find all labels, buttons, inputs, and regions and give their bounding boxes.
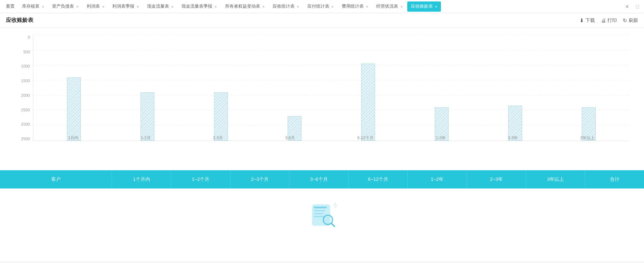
close-icon[interactable]: × <box>332 4 334 9</box>
th-client: 客户 <box>0 170 112 188</box>
chart-body: 1月内1-2月2-3月3-6月6-12个月1-2年2-3年3年以上 <box>33 35 629 141</box>
bars-container <box>33 35 629 141</box>
tab-ar-stat[interactable]: 应收统计表 × <box>269 1 303 12</box>
table-header: 客户1个月内1~2个月2~3个月3~6个月6~12个月1~2年2~3年3年以上合… <box>0 170 644 188</box>
x-label: 6-12个月 <box>357 135 374 141</box>
th-total: 合计 <box>585 170 644 188</box>
svg-point-6 <box>325 217 331 223</box>
th-y2_3: 2~3年 <box>467 170 526 188</box>
close-icon[interactable]: × <box>297 4 299 9</box>
close-icon[interactable]: × <box>366 4 368 9</box>
svg-rect-3 <box>314 213 324 214</box>
x-label: 3-6月 <box>285 135 295 141</box>
close-icon[interactable]: × <box>171 4 173 9</box>
x-label: 1月内 <box>68 135 78 141</box>
bar <box>361 64 375 141</box>
svg-rect-1 <box>314 207 327 209</box>
th-m6_12: 6~12个月 <box>349 170 408 188</box>
chart-area: 2500 2500 2500 2000 1500 1000 500 0 <box>0 28 644 170</box>
tab-profit-quarter[interactable]: 利润表季报 × <box>109 1 142 12</box>
th-m1_2: 1~2个月 <box>171 170 231 188</box>
x-label: 3年以上 <box>580 135 595 141</box>
x-labels: 1月内1-2月2-3月3-6月6-12个月1-2年2-3年3年以上 <box>33 135 629 141</box>
x-label: 2-3月 <box>213 135 223 141</box>
bar-group <box>67 77 81 141</box>
main-content: 2500 2500 2500 2000 1500 1000 500 0 <box>0 28 644 262</box>
empty-state <box>0 188 644 240</box>
tab-cashflow-quarter[interactable]: 现金流量表季报 × <box>178 1 220 12</box>
tab-balance[interactable]: 资产负债表 × <box>48 1 82 12</box>
tab-business[interactable]: 经营状况表 × <box>372 1 406 12</box>
bar-group <box>141 92 154 141</box>
tab-inventory[interactable]: 库存核算 × <box>18 1 48 12</box>
tab-equity[interactable]: 所有者权益变动表 × <box>221 1 268 12</box>
refresh-icon: ↻ <box>623 18 627 23</box>
download-icon: ⬇ <box>580 18 584 23</box>
bar-group <box>361 64 375 141</box>
bar <box>214 92 228 141</box>
close-icon[interactable]: × <box>136 4 139 9</box>
y-axis: 2500 2500 2500 2000 1500 1000 500 0 <box>15 35 33 141</box>
tab-profit[interactable]: 利润表 × <box>83 1 108 12</box>
svg-line-7 <box>332 224 334 226</box>
th-m3_6: 3~6个月 <box>289 170 349 188</box>
x-label: 1-2年 <box>436 135 446 141</box>
close-icon[interactable]: × <box>76 4 78 9</box>
tab-bar: 首页 库存核算 × 资产负债表 × 利润表 × 利润表季报 × 现金流量表 × … <box>0 0 644 13</box>
bar <box>67 77 81 141</box>
th-m2_3: 2~3个月 <box>231 170 290 188</box>
page-header: 应收账龄表 ⬇ 下载 🖨 打印 ↻ 刷新 <box>0 13 644 28</box>
close-icon[interactable]: × <box>435 4 437 9</box>
bar-chart: 2500 2500 2500 2000 1500 1000 500 0 <box>15 35 629 152</box>
tab-expense-stat[interactable]: 费用统计表 × <box>338 1 372 12</box>
close-window-button[interactable]: ✕ <box>624 3 631 10</box>
th-y3plus: 3年以上 <box>526 170 585 188</box>
close-icon[interactable]: × <box>102 4 104 9</box>
tab-ap-stat[interactable]: 应付统计表 × <box>304 1 337 12</box>
x-label: 1-2月 <box>141 135 151 141</box>
th-m1: 1个月内 <box>112 170 171 188</box>
close-icon[interactable]: × <box>400 4 402 9</box>
refresh-button[interactable]: ↻ 刷新 <box>623 17 638 24</box>
bar <box>141 92 154 141</box>
th-y1_2: 1~2年 <box>408 170 467 188</box>
print-button[interactable]: 🖨 打印 <box>601 17 617 24</box>
page-title: 应收账龄表 <box>6 17 33 24</box>
print-icon: 🖨 <box>601 18 606 23</box>
empty-icon <box>306 199 338 232</box>
x-label: 2-3年 <box>508 135 518 141</box>
bar-group <box>214 92 228 141</box>
tab-ar-aging[interactable]: 应收账龄表 × <box>407 1 441 12</box>
close-icon[interactable]: × <box>262 4 265 9</box>
tab-home[interactable]: 首页 <box>3 3 18 9</box>
maximize-window-button[interactable]: □ <box>634 3 641 10</box>
svg-rect-2 <box>314 210 326 211</box>
close-icon[interactable]: × <box>42 4 44 9</box>
header-actions: ⬇ 下载 🖨 打印 ↻ 刷新 <box>580 17 638 24</box>
svg-rect-4 <box>314 216 325 217</box>
window-actions: ✕ □ <box>624 3 641 10</box>
download-button[interactable]: ⬇ 下载 <box>580 17 595 24</box>
tab-cashflow[interactable]: 现金流量表 × <box>143 1 177 12</box>
close-icon[interactable]: × <box>214 4 217 9</box>
